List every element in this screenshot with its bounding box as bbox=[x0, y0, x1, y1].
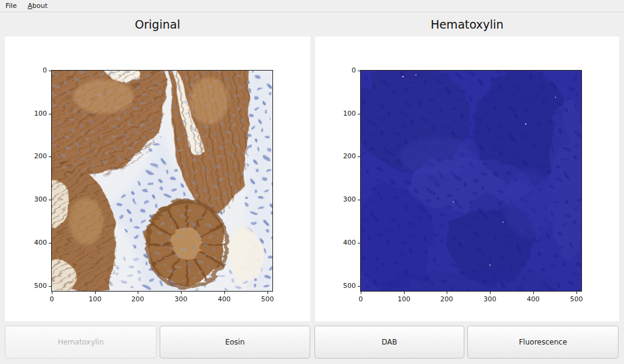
menu-about[interactable]: About bbox=[22, 0, 53, 12]
y-tick-label: 200 bbox=[24, 152, 47, 161]
y-tick-mark bbox=[49, 71, 51, 71]
x-tick-label: 200 bbox=[436, 295, 458, 304]
x-tick-mark bbox=[361, 292, 361, 294]
y-tick-mark bbox=[358, 156, 360, 157]
x-tick-label: 500 bbox=[566, 295, 587, 304]
x-tick-mark bbox=[95, 292, 96, 294]
x-tick-label: 300 bbox=[170, 295, 192, 304]
menu-bar: File About bbox=[0, 0, 624, 12]
dab-button[interactable]: DAB bbox=[314, 326, 464, 359]
panel-title-original: Original bbox=[5, 18, 310, 33]
y-tick-label: 400 bbox=[24, 238, 47, 248]
x-tick-mark bbox=[447, 292, 447, 294]
x-tick-label: 400 bbox=[522, 295, 544, 304]
y-tick-mark bbox=[49, 200, 51, 200]
x-tick-mark bbox=[533, 292, 534, 294]
hematoxylin-plot bbox=[360, 70, 582, 292]
x-tick-mark bbox=[181, 292, 182, 294]
menu-file[interactable]: File bbox=[0, 0, 22, 12]
panel-hematoxylin: 00100100200200300300400400500500 bbox=[315, 37, 619, 321]
x-tick-mark bbox=[52, 292, 52, 294]
y-tick-label: 0 bbox=[333, 66, 356, 75]
y-tick-mark bbox=[49, 286, 51, 287]
y-tick-label: 100 bbox=[333, 109, 356, 119]
menu-about-accel: A bbox=[27, 2, 32, 10]
app-window: File About Original Hematoxylin bbox=[0, 0, 624, 364]
x-tick-label: 400 bbox=[213, 295, 235, 304]
y-tick-mark bbox=[49, 243, 51, 243]
x-tick-label: 300 bbox=[479, 295, 501, 304]
y-tick-label: 300 bbox=[333, 195, 356, 205]
y-tick-label: 400 bbox=[333, 238, 356, 248]
y-tick-label: 300 bbox=[24, 195, 47, 205]
y-tick-label: 0 bbox=[24, 66, 47, 75]
x-tick-mark bbox=[490, 292, 491, 294]
y-tick-mark bbox=[49, 114, 51, 114]
y-tick-mark bbox=[358, 200, 360, 200]
x-tick-mark bbox=[224, 292, 225, 294]
x-tick-mark bbox=[576, 292, 577, 294]
y-tick-mark bbox=[49, 156, 51, 157]
panel-title-hematoxylin: Hematoxylin bbox=[315, 18, 619, 33]
y-tick-mark bbox=[358, 71, 360, 71]
original-plot bbox=[51, 70, 273, 292]
menu-file-label: File bbox=[5, 2, 16, 10]
x-tick-label: 100 bbox=[84, 295, 106, 304]
hematoxylin-image bbox=[361, 71, 581, 291]
x-tick-label: 500 bbox=[257, 295, 278, 304]
y-tick-label: 200 bbox=[333, 152, 356, 161]
x-tick-label: 100 bbox=[393, 295, 415, 304]
x-tick-mark bbox=[138, 292, 138, 294]
y-tick-mark bbox=[358, 286, 360, 287]
y-tick-mark bbox=[358, 243, 360, 243]
panel-original: 00100100200200300300400400500500 bbox=[5, 37, 310, 321]
x-tick-mark bbox=[404, 292, 405, 294]
fluorescence-button[interactable]: Fluorescence bbox=[467, 326, 619, 359]
x-tick-label: 0 bbox=[41, 295, 63, 304]
x-tick-mark bbox=[268, 292, 268, 294]
x-tick-label: 200 bbox=[127, 295, 149, 304]
menu-about-label: bout bbox=[32, 2, 48, 10]
y-tick-label: 500 bbox=[24, 281, 47, 291]
y-tick-mark bbox=[358, 114, 360, 114]
eosin-button[interactable]: Eosin bbox=[160, 326, 310, 359]
x-tick-label: 0 bbox=[350, 295, 372, 304]
hematoxylin-button[interactable]: Hematoxylin bbox=[5, 326, 157, 359]
original-image bbox=[52, 71, 272, 291]
y-tick-label: 100 bbox=[24, 109, 47, 119]
y-tick-label: 500 bbox=[333, 281, 356, 291]
